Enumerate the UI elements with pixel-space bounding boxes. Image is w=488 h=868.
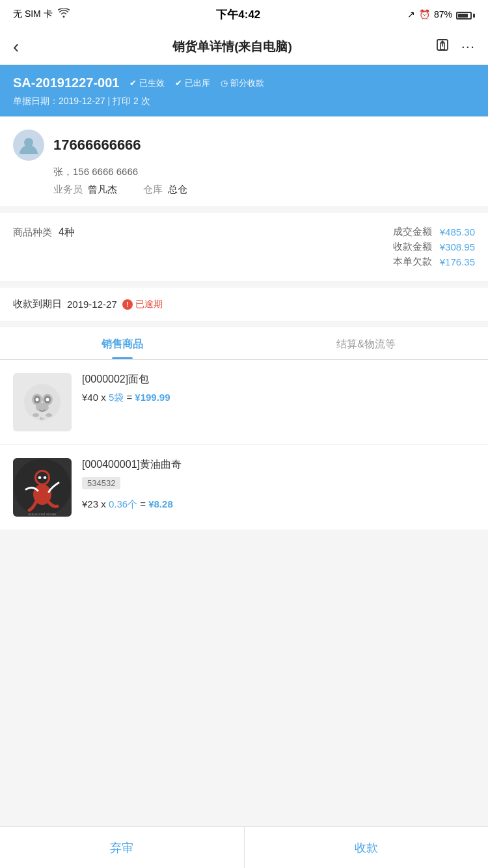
sales-label: 业务员: [53, 183, 83, 196]
customer-top: 17666666666: [13, 129, 475, 161]
order-date: 2019-12-27: [59, 96, 105, 106]
list-item: advanced whale [000400001]黄油曲奇 534532 ¥2…: [0, 445, 488, 530]
svg-point-7: [36, 398, 39, 401]
badge-active: ✔ 已生效: [129, 77, 165, 89]
category-count: 4种: [59, 226, 75, 239]
list-item: 品+ [0000002]面包 ¥40 x 5袋 = ¥199.99: [0, 360, 488, 445]
debt-value: ¥176.35: [440, 256, 475, 267]
price-x-2: x: [101, 498, 109, 509]
svg-point-8: [46, 398, 49, 401]
sales-info: 业务员 曾凡杰: [53, 183, 117, 196]
due-date: 2019-12-27: [67, 299, 117, 310]
amount-label: 成交金额: [393, 226, 432, 238]
price-qty-2: 0.36个: [109, 498, 137, 509]
abandon-review-button[interactable]: 弃审: [0, 827, 245, 868]
product-info-2: [000400001]黄油曲奇 534532 ¥23 x 0.36个 = ¥8.…: [82, 458, 475, 511]
back-button[interactable]: ‹: [13, 36, 19, 57]
debt-label: 本单欠款: [393, 256, 432, 268]
alarm-icon: ⏰: [419, 9, 430, 20]
customer-detail: 张，156 6666 6666: [13, 166, 475, 178]
category-label: 商品种类: [13, 226, 52, 239]
svg-point-17: [44, 476, 47, 479]
warehouse-label: 仓库: [143, 183, 163, 196]
customer-meta: 业务员 曾凡杰 仓库 总仓: [13, 183, 475, 196]
nav-actions: ···: [435, 38, 475, 55]
location-icon: ↗: [407, 9, 415, 20]
collect-payment-button[interactable]: 收款: [245, 827, 489, 868]
received-value: ¥308.95: [440, 241, 475, 252]
overdue-dot-icon: !: [122, 299, 133, 310]
price-eq-2: =: [140, 498, 148, 509]
product-info-1: [0000002]面包 ¥40 x 5袋 = ¥199.99: [82, 373, 475, 404]
warehouse-name: 总仓: [168, 183, 187, 196]
order-id: SA-20191227-001: [13, 75, 119, 90]
sales-name: 曾凡杰: [88, 183, 117, 196]
customer-phone: 17666666666: [53, 137, 141, 154]
price-x-1: x: [101, 392, 109, 403]
price-eq-1: =: [126, 392, 135, 403]
date-label: 单据日期：: [13, 96, 59, 106]
product-tag-2: 534532: [82, 477, 120, 489]
badge-shipped: ✔ 已出库: [175, 77, 210, 89]
bottom-bar: 弃审 收款: [0, 826, 488, 868]
product-price-2: ¥23 x 0.36个 = ¥8.28: [82, 498, 475, 511]
received-row: 收款金额 ¥308.95: [393, 241, 475, 253]
tabs-bar: 销售商品 结算&物流等: [0, 327, 488, 360]
more-icon[interactable]: ···: [461, 38, 475, 55]
stats-section: 商品种类 4种 成交金额 ¥485.30 收款金额 ¥308.95 本单欠款 ¥…: [0, 213, 488, 281]
product-list: 品+ [0000002]面包 ¥40 x 5袋 = ¥199.99: [0, 360, 488, 530]
print-suffix: 次: [139, 96, 150, 106]
svg-point-11: [46, 413, 52, 417]
product-name-1: [0000002]面包: [82, 373, 475, 387]
avatar: [13, 129, 44, 161]
price-qty-1: 5袋: [109, 392, 124, 403]
product-thumbnail-2: advanced whale: [13, 458, 72, 517]
svg-point-2: [24, 384, 61, 420]
order-date-row: 单据日期：2019-12-27 | 打印 2 次: [13, 96, 475, 107]
due-section: 收款到期日 2019-12-27 ! 已逾期: [0, 288, 488, 321]
amount-row: 成交金额 ¥485.30: [393, 226, 475, 238]
svg-text:advanced whale: advanced whale: [28, 512, 57, 516]
sim-label: 无 SIM 卡: [13, 8, 53, 20]
battery-icon: [456, 9, 475, 20]
page-title: 销货单详情(来自电脑): [29, 38, 435, 55]
received-label: 收款金额: [393, 241, 432, 253]
nav-bar: ‹ 销货单详情(来自电脑) ···: [0, 29, 488, 65]
price-total-2: ¥8.28: [148, 498, 173, 509]
product-thumbnail-1: 品+: [13, 373, 72, 431]
tab-settlement[interactable]: 结算&物流等: [244, 327, 488, 359]
check-icon-2: ✔: [175, 78, 182, 88]
product-price-1: ¥40 x 5袋 = ¥199.99: [82, 392, 475, 404]
price-base-1: ¥40: [82, 392, 98, 403]
svg-text:品+: 品+: [40, 416, 45, 420]
share-icon[interactable]: [435, 38, 450, 55]
status-left: 无 SIM 卡: [13, 8, 70, 20]
svg-point-9: [36, 403, 49, 412]
badge-partial: ◷ 部分收款: [221, 77, 264, 89]
stats-right: 成交金额 ¥485.30 收款金额 ¥308.95 本单欠款 ¥176.35: [393, 226, 475, 268]
order-header: SA-20191227-001 ✔ 已生效 ✔ 已出库 ◷ 部分收款 单据日期：…: [0, 65, 488, 116]
price-total-1: ¥199.99: [135, 392, 170, 403]
print-label: | 打印: [105, 96, 133, 106]
product-name-2: [000400001]黄油曲奇: [82, 458, 475, 472]
status-time: 下午4:42: [216, 7, 260, 22]
tab-products[interactable]: 销售商品: [0, 327, 244, 359]
check-icon-1: ✔: [129, 78, 137, 88]
debt-row: 本单欠款 ¥176.35: [393, 256, 475, 268]
overdue-badge: ! 已逾期: [122, 299, 163, 310]
print-count: 2: [133, 96, 139, 106]
svg-point-10: [33, 413, 39, 417]
stats-left: 商品种类 4种: [13, 226, 393, 239]
order-header-top: SA-20191227-001 ✔ 已生效 ✔ 已出库 ◷ 部分收款: [13, 75, 475, 90]
tabs-section: 销售商品 结算&物流等: [0, 327, 488, 530]
customer-section: 17666666666 张，156 6666 6666 业务员 曾凡杰 仓库 总…: [0, 116, 488, 206]
svg-point-16: [38, 476, 42, 479]
clock-icon: ◷: [221, 78, 228, 88]
price-base-2: ¥23: [82, 498, 98, 509]
amount-value: ¥485.30: [440, 226, 475, 237]
overdue-text: 已逾期: [135, 299, 163, 310]
status-right: ↗ ⏰ 87%: [407, 9, 475, 20]
due-label: 收款到期日: [13, 298, 62, 310]
warehouse-info: 仓库 总仓: [143, 183, 187, 196]
status-bar: 无 SIM 卡 下午4:42 ↗ ⏰ 87%: [0, 0, 488, 29]
